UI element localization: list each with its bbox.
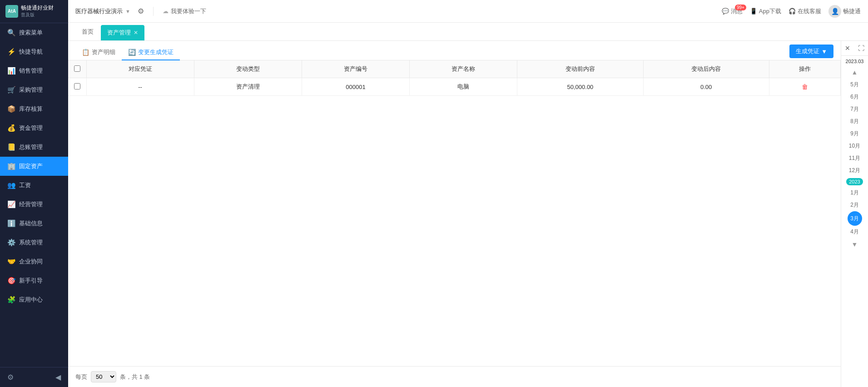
app-download-button[interactable]: 📱 App下载 [750, 7, 781, 15]
sub-tabs: 📋 资产明细 🔄 变更生成凭证 生成凭证 ▼ [68, 41, 841, 60]
sidebar-item-purchase[interactable]: 🛒 采购管理 [0, 80, 68, 99]
sidebar-label-quick-nav: 快捷导航 [19, 48, 43, 56]
sidebar-item-fixed-assets[interactable]: 🏢 固定资产 [0, 157, 68, 176]
header-divider [153, 7, 154, 16]
sidebar-item-quick-nav[interactable]: ⚡ 快捷导航 [0, 42, 68, 61]
generate-voucher-button[interactable]: 生成凭证 ▼ [789, 45, 833, 58]
year-badge[interactable]: 2023 [846, 178, 863, 185]
payroll-icon: 👥 [7, 181, 15, 189]
settings-icon[interactable]: ⚙ [7, 373, 14, 382]
sidebar-label-basic-info: 基础信息 [19, 219, 43, 228]
customer-service-button[interactable]: 🎧 在线客服 [789, 7, 821, 15]
user-profile[interactable]: 👤 畅捷通 [828, 5, 861, 18]
tabs-bar: 首页 资产管理 ✕ [68, 23, 868, 41]
month-4[interactable]: 4月 [846, 226, 864, 238]
nav-up-arrow[interactable]: ▲ [849, 67, 860, 78]
basic-info-icon: ℹ️ [7, 219, 15, 228]
select-all-checkbox[interactable] [74, 65, 80, 72]
edition-label: 普及版 [21, 12, 54, 18]
purchase-icon: 🛒 [7, 86, 15, 94]
per-page-label: 每页 [75, 373, 87, 381]
header-right: 💬 消息 99+ 📱 App下载 🎧 在线客服 👤 畅捷通 [722, 5, 861, 18]
sidebar-item-operations[interactable]: 📈 经营管理 [0, 195, 68, 214]
month-8[interactable]: 8月 [846, 115, 864, 128]
right-panel-header: ✕ ⛶ [841, 41, 868, 56]
sidebar-item-basic-info[interactable]: ℹ️ 基础信息 [0, 214, 68, 233]
sidebar-item-ledger[interactable]: 📒 总账管理 [0, 138, 68, 157]
col-operation: 操作 [769, 60, 840, 78]
sidebar-item-inventory[interactable]: 📦 库存核算 [0, 99, 68, 119]
tab-home[interactable]: 首页 [75, 24, 100, 40]
logo-icon: AtA [5, 5, 18, 18]
sidebar-item-search[interactable]: 🔍 搜索菜单 [0, 23, 68, 42]
collapse-icon[interactable]: ◀ [55, 373, 61, 382]
funds-icon: 💰 [7, 124, 15, 132]
settings-gear-icon[interactable]: ⚙ [138, 7, 144, 15]
tab-close-icon[interactable]: ✕ [134, 30, 138, 36]
service-icon: 🎧 [789, 8, 796, 15]
sub-tab-asset-detail[interactable]: 📋 资产明细 [75, 45, 122, 60]
sidebar-nav: 🔍 搜索菜单 ⚡ 快捷导航 📊 销售管理 🛒 采购管理 📦 库存核算 💰 资金管… [0, 23, 68, 367]
panel-close-icon[interactable]: ✕ [845, 45, 850, 52]
asset-detail-icon: 📋 [82, 49, 89, 56]
col-before-change: 变动前内容 [517, 60, 643, 78]
company-selector[interactable]: 医疗器械行业演示 ▼ [75, 7, 130, 15]
company-dropdown-arrow: ▼ [125, 9, 130, 14]
bell-icon: 💬 [722, 8, 729, 15]
col-change-type: 变动类型 [194, 60, 302, 78]
fixed-assets-icon: 🏢 [7, 162, 15, 170]
panel-expand-icon[interactable]: ⛶ [858, 45, 864, 52]
sidebar-item-system[interactable]: ⚙️ 系统管理 [0, 233, 68, 252]
sidebar-item-payroll[interactable]: 👥 工资 [0, 176, 68, 195]
month-9[interactable]: 9月 [846, 128, 864, 140]
sidebar-label-operations: 经营管理 [19, 200, 43, 208]
sidebar-label-enterprise: 企业协同 [19, 258, 43, 266]
sidebar-item-funds[interactable]: 💰 资金管理 [0, 119, 68, 138]
month-6[interactable]: 6月 [846, 91, 864, 103]
notifications-button[interactable]: 💬 消息 99+ [722, 7, 743, 15]
nav-down-arrow[interactable]: ▼ [849, 239, 860, 250]
month-5[interactable]: 5月 [846, 79, 864, 91]
notifications-badge: 99+ [735, 5, 746, 10]
operations-icon: 📈 [7, 200, 15, 208]
cell-voucher: -- [86, 78, 194, 96]
inventory-icon: 📦 [7, 105, 15, 113]
experience-button[interactable]: ☁ 我要体验一下 [163, 7, 206, 15]
header-checkbox-cell [68, 60, 86, 78]
sidebar-label-guide: 新手引导 [19, 277, 43, 285]
logo-text: 畅捷通好业财 [21, 5, 54, 12]
row-checkbox[interactable] [74, 83, 80, 89]
enterprise-icon: 🤝 [7, 258, 15, 266]
tab-asset-management[interactable]: 资产管理 ✕ [101, 25, 144, 40]
sub-tab-change-voucher[interactable]: 🔄 变更生成凭证 [122, 45, 180, 60]
guide-icon: 🎯 [7, 277, 15, 285]
sidebar-label-ledger: 总账管理 [19, 143, 43, 151]
month-10[interactable]: 10月 [846, 140, 864, 152]
sidebar-bottom: ⚙ ◀ [0, 367, 68, 387]
table-container: 对应凭证 变动类型 资产编号 资产名称 [68, 60, 841, 366]
sidebar-item-guide[interactable]: 🎯 新手引导 [0, 271, 68, 290]
sidebar: AtA 畅捷通好业财 普及版 🔍 搜索菜单 ⚡ 快捷导航 📊 销售管理 🛒 采购… [0, 0, 68, 387]
month-7[interactable]: 7月 [846, 103, 864, 115]
sub-tab-change-voucher-label: 变更生成凭证 [138, 48, 174, 56]
table-row: -- 资产清理 000001 电脑 50,000.00 0.00 🗑 [68, 78, 841, 96]
month-2[interactable]: 2月 [846, 199, 864, 211]
main-area: 医疗器械行业演示 ▼ ⚙ ☁ 我要体验一下 💬 消息 99+ 📱 App下载 🎧… [68, 0, 868, 387]
quick-nav-icon: ⚡ [7, 48, 15, 56]
month-3-active[interactable]: 3月 [848, 211, 862, 226]
app-download-label: App下载 [759, 7, 781, 15]
row-checkbox-cell [68, 78, 86, 96]
avatar: 👤 [828, 5, 841, 18]
per-page-select[interactable]: 10 20 50 100 [91, 371, 116, 382]
month-11[interactable]: 11月 [846, 152, 864, 164]
month-12[interactable]: 12月 [846, 164, 864, 177]
sub-tabs-left: 📋 资产明细 🔄 变更生成凭证 [75, 45, 180, 60]
right-panel: ✕ ⛶ 2023.03 ▲ 5月 6月 7月 8月 9月 10月 11月 12月… [841, 41, 868, 387]
sidebar-item-sales[interactable]: 📊 销售管理 [0, 61, 68, 80]
col-after-change: 变动后内容 [643, 60, 769, 78]
sidebar-item-enterprise[interactable]: 🤝 企业协同 [0, 252, 68, 271]
app-center-icon: 🧩 [7, 296, 15, 304]
month-1[interactable]: 1月 [846, 187, 864, 199]
delete-row-icon[interactable]: 🗑 [802, 83, 808, 90]
sidebar-item-app-center[interactable]: 🧩 应用中心 [0, 290, 68, 309]
